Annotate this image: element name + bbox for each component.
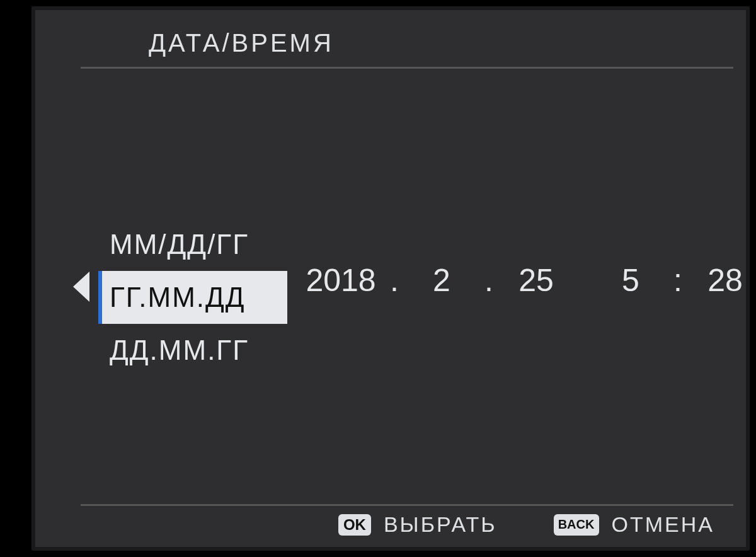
year-field[interactable]: 2018 — [300, 262, 382, 299]
back-button-label: ОТМЕНА — [612, 512, 714, 537]
date-format-picker[interactable]: ММ/ДД/ГГ ГГ.ММ.ДД ДД.ММ.ГГ — [98, 218, 287, 376]
arrow-left-icon[interactable] — [73, 272, 89, 302]
ok-button-label: ВЫБРАТЬ — [384, 512, 497, 537]
time-separator: : — [665, 262, 690, 299]
bottom-divider — [81, 504, 733, 506]
page-title: ДАТА/ВРЕМЯ — [149, 29, 334, 57]
top-divider — [81, 67, 733, 69]
minute-field[interactable]: 28 — [690, 262, 756, 299]
back-button-icon[interactable]: BACK — [554, 514, 599, 536]
date-separator-1: . — [382, 262, 407, 299]
format-option-selected[interactable]: ГГ.ММ.ДД — [98, 271, 287, 324]
month-field[interactable]: 2 — [407, 262, 476, 299]
screen-frame: ДАТА/ВРЕМЯ ММ/ДД/ГГ ГГ.ММ.ДД ДД.ММ.ГГ 20… — [32, 6, 750, 551]
date-separator-2: . — [476, 262, 501, 299]
day-field[interactable]: 25 — [501, 262, 571, 299]
format-option-prev[interactable]: ММ/ДД/ГГ — [98, 218, 287, 271]
hour-field[interactable]: 5 — [596, 262, 665, 299]
ok-button-icon[interactable]: OK — [338, 514, 371, 536]
bottom-bar: OK ВЫБРАТЬ BACK ОТМЕНА — [81, 504, 733, 537]
datetime-values: 2018 . 2 . 25 5 : 28 PM — [300, 262, 756, 299]
format-option-next[interactable]: ДД.ММ.ГГ — [98, 324, 287, 377]
